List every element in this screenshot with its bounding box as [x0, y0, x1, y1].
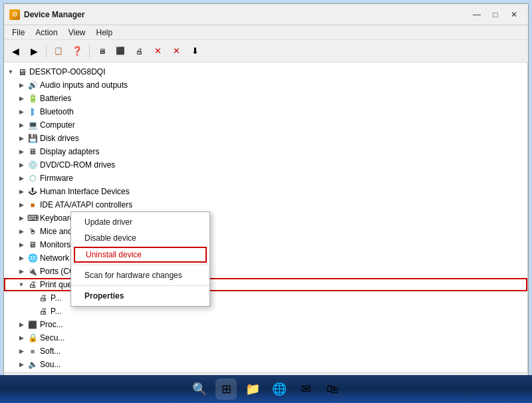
tree-firmware[interactable]: ▶ ⬡ Firmware	[4, 172, 527, 185]
expand-security-icon: ▶	[17, 334, 25, 342]
ctx-update-driver[interactable]: Update driver	[71, 214, 209, 230]
bluetooth-label: Bluetooth	[40, 107, 74, 116]
batteries-label: Batteries	[40, 94, 71, 103]
tree-batteries[interactable]: ▶ 🔋 Batteries	[4, 92, 527, 105]
expand-disk-icon: ▶	[17, 134, 25, 142]
close-button[interactable]: ✕	[505, 8, 523, 21]
proc-label: Proc...	[40, 320, 63, 329]
toolbar-view[interactable]: ⬛	[112, 43, 129, 60]
menu-help[interactable]: Help	[91, 27, 118, 39]
monitors-icon: 🖥	[27, 239, 38, 250]
computer-icon: 🖥	[17, 67, 27, 77]
menu-file[interactable]: File	[7, 27, 30, 39]
device-manager-window: ⚙ Device Manager — □ ✕ File Action View …	[3, 3, 529, 389]
expand-network-icon: ▶	[17, 254, 25, 262]
tree-root[interactable]: ▼ 🖥 DESKTOP-O0G8DQI	[4, 65, 527, 78]
firmware-icon: ⬡	[27, 173, 38, 184]
expand-batteries-icon: ▶	[17, 94, 25, 102]
expand-mice-icon: ▶	[17, 227, 25, 235]
ctx-disable-device[interactable]: Disable device	[71, 230, 209, 246]
tree-ide[interactable]: ▶ ■ IDE ATA/ATAPI controllers	[4, 198, 527, 211]
ctx-sep-1	[71, 265, 209, 265]
tree-hid[interactable]: ▶ 🕹 Human Interface Devices	[4, 185, 527, 198]
expand-audio-icon: ▶	[17, 81, 25, 89]
taskbar-search[interactable]: 🔍	[189, 378, 210, 400]
toolbar-print[interactable]: 🖨	[130, 43, 148, 60]
tree-dvd[interactable]: ▶ 💿 DVD/CD-ROM drives	[4, 158, 527, 172]
title-bar: ⚙ Device Manager — □ ✕	[4, 4, 528, 25]
expand-p2-icon	[28, 307, 36, 315]
disk-label: Disk drives	[40, 134, 79, 143]
menu-view[interactable]: View	[63, 27, 91, 39]
tree-software[interactable]: ▶ ■ Soft...	[4, 344, 527, 358]
batteries-icon: 🔋	[27, 93, 38, 104]
sound-icon: 🔈	[27, 359, 38, 370]
expand-sound-icon: ▶	[17, 360, 25, 368]
security-icon: 🔒	[27, 333, 38, 343]
ctx-uninstall-device[interactable]: Uninstall device	[74, 247, 207, 263]
sound-label: Sou...	[40, 360, 61, 369]
toolbar-help[interactable]: ❓	[68, 43, 86, 60]
tree-computer[interactable]: ▶ 💻 Computer	[4, 118, 527, 132]
tree-storage[interactable]: ▶ 💾 Stor...	[4, 371, 527, 372]
toolbar: ◀ ▶ 📋 ❓ 🖥 ⬛ 🖨 ✕ ✕ ⬇	[4, 40, 528, 63]
expand-bluetooth-icon: ▶	[17, 108, 25, 116]
expand-ports-icon: ▶	[17, 267, 25, 275]
maximize-button[interactable]: □	[487, 8, 504, 21]
security-label: Secu...	[40, 333, 65, 342]
toolbar-back[interactable]: ◀	[7, 43, 24, 60]
taskbar-start[interactable]: ⊞	[215, 378, 237, 400]
dvd-icon: 💿	[27, 160, 38, 170]
taskbar-store[interactable]: 🛍	[322, 378, 343, 400]
tree-proc[interactable]: ▶ ⬛ Proc...	[4, 318, 527, 331]
dvd-label: DVD/CD-ROM drives	[40, 160, 115, 170]
toolbar-add[interactable]: ✕	[149, 43, 166, 60]
taskbar: 🔍 ⊞ 📁 🌐 ✉ 🛍	[0, 375, 532, 403]
toolbar-remove[interactable]: ✕	[168, 43, 185, 60]
printer-2-label: P...	[51, 307, 61, 316]
expand-proc-icon: ▶	[17, 321, 25, 329]
toolbar-update[interactable]: ⬇	[186, 43, 203, 60]
tree-security[interactable]: ▶ 🔒 Secu...	[4, 331, 527, 344]
taskbar-files[interactable]: 📁	[242, 378, 263, 400]
toolbar-sep-2	[89, 45, 90, 58]
tree-display[interactable]: ▶ 🖥 Display adapters	[4, 145, 527, 158]
audio-label: Audio inputs and outputs	[40, 80, 128, 90]
tree-audio[interactable]: ▶ 🔊 Audio inputs and outputs	[4, 78, 527, 92]
tree-bluetooth[interactable]: ▶ ᛒ Bluetooth	[4, 105, 527, 118]
keyboards-icon: ⌨	[27, 213, 38, 223]
tree-disk[interactable]: ▶ 💾 Disk drives	[4, 132, 527, 145]
ctx-properties[interactable]: Properties	[71, 288, 209, 304]
hid-label: Human Interface Devices	[40, 187, 130, 196]
expand-hid-icon: ▶	[17, 188, 25, 196]
toolbar-scan[interactable]: 🖥	[93, 43, 110, 60]
proc-icon: ⬛	[27, 319, 38, 330]
disk-icon: 💾	[27, 133, 38, 144]
window-title: Device Manager	[24, 10, 468, 19]
tree-sound[interactable]: ▶ 🔈 Sou...	[4, 358, 527, 371]
taskbar-mail[interactable]: ✉	[295, 378, 317, 400]
expand-computer-icon: ▶	[17, 121, 25, 129]
expand-root-icon: ▼	[7, 68, 15, 76]
bluetooth-icon: ᛒ	[27, 106, 38, 117]
printer-2-icon: 🖨	[38, 306, 49, 317]
menu-action[interactable]: Action	[30, 27, 63, 39]
toolbar-properties[interactable]: 📋	[50, 43, 67, 60]
window-controls: — □ ✕	[468, 8, 523, 21]
print-icon: 🖨	[27, 279, 38, 290]
window-icon: ⚙	[9, 9, 20, 20]
expand-ide-icon: ▶	[17, 201, 25, 209]
minimize-button[interactable]: —	[468, 8, 485, 21]
monitors-label: Monitors	[40, 240, 70, 249]
software-label: Soft...	[40, 346, 61, 356]
ctx-scan-hardware[interactable]: Scan for hardware changes	[71, 267, 209, 283]
toolbar-forward[interactable]: ▶	[25, 43, 43, 60]
expand-firmware-icon: ▶	[17, 174, 25, 182]
menu-bar: File Action View Help	[4, 25, 528, 40]
printer-1-icon: 🖨	[38, 293, 49, 303]
ports-icon: 🔌	[27, 266, 38, 277]
toolbar-sep-1	[46, 45, 47, 58]
expand-keyboards-icon: ▶	[17, 214, 25, 222]
taskbar-browser[interactable]: 🌐	[269, 378, 290, 400]
tree-printer-2[interactable]: 🖨 P...	[4, 305, 527, 318]
